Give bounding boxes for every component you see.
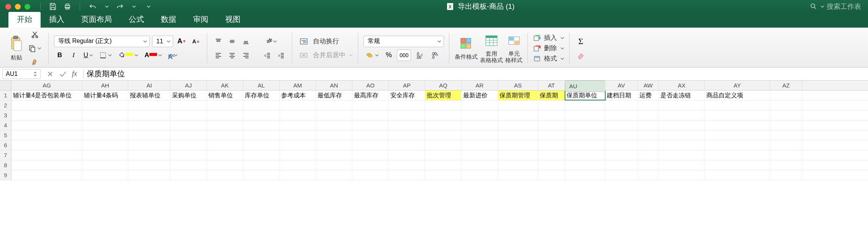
cell-AS9[interactable] <box>498 170 538 180</box>
clear-button[interactable] <box>575 49 587 61</box>
cell-AG4[interactable] <box>11 120 82 130</box>
cell-AQ3[interactable] <box>425 110 462 120</box>
cancel-formula-icon[interactable] <box>47 71 54 77</box>
cell-AG8[interactable] <box>11 160 82 170</box>
column-header-AZ[interactable]: AZ <box>770 81 802 90</box>
cell-AJ7[interactable] <box>170 150 207 160</box>
row-header-1[interactable]: 1 <box>0 91 11 100</box>
cell-AL6[interactable] <box>243 140 280 150</box>
cell-AZ6[interactable] <box>770 140 802 150</box>
cell-AO5[interactable] <box>352 130 389 140</box>
cell-AI9[interactable] <box>128 170 170 180</box>
tab-page-layout[interactable]: 页面布局 <box>73 12 120 28</box>
cell-AI1[interactable]: 报表辅单位 <box>128 91 170 100</box>
column-header-AM[interactable]: AM <box>280 81 316 90</box>
cell-AM6[interactable] <box>280 140 316 150</box>
increase-font-button[interactable]: A <box>175 36 188 47</box>
cell-AP8[interactable] <box>389 160 425 170</box>
insert-cells-button[interactable]: 插入 <box>533 33 564 42</box>
align-bottom-button[interactable] <box>240 36 252 47</box>
cell-AS6[interactable] <box>498 140 538 150</box>
cell-AS4[interactable] <box>498 120 538 130</box>
cell-AY8[interactable] <box>705 160 770 170</box>
column-header-AY[interactable]: AY <box>705 81 770 90</box>
cell-AV3[interactable] <box>605 110 638 120</box>
bold-button[interactable]: B <box>54 49 66 61</box>
cell-AQ8[interactable] <box>425 160 462 170</box>
cell-AX7[interactable] <box>659 150 705 160</box>
tab-formulas[interactable]: 公式 <box>120 12 152 28</box>
cell-AS7[interactable] <box>498 150 538 160</box>
cell-AY1[interactable]: 商品自定义项 <box>705 91 770 100</box>
cell-AR7[interactable] <box>462 150 498 160</box>
search-box[interactable]: 搜索工作表 <box>810 2 861 11</box>
redo-icon[interactable] <box>116 3 124 10</box>
cell-AU4[interactable] <box>565 120 605 130</box>
formula-input[interactable]: 保质期单位 <box>84 69 866 79</box>
cell-AQ5[interactable] <box>425 130 462 140</box>
cell-AG9[interactable] <box>11 170 82 180</box>
tab-data[interactable]: 数据 <box>152 12 185 28</box>
currency-button[interactable] <box>364 49 381 61</box>
cell-AJ5[interactable] <box>170 130 207 140</box>
cell-AY2[interactable] <box>705 100 770 110</box>
cell-AW2[interactable] <box>638 100 659 110</box>
cell-AT4[interactable] <box>538 120 565 130</box>
cell-AU3[interactable] <box>565 110 605 120</box>
cell-AU5[interactable] <box>565 130 605 140</box>
column-header-AJ[interactable]: AJ <box>170 81 207 90</box>
cell-AH1[interactable]: 辅计量4条码 <box>82 91 128 100</box>
cell-AT8[interactable] <box>538 160 565 170</box>
align-top-button[interactable] <box>213 36 224 47</box>
column-header-AS[interactable]: AS <box>498 81 538 90</box>
cell-AQ7[interactable] <box>425 150 462 160</box>
cell-AV4[interactable] <box>605 120 638 130</box>
column-header-AR[interactable]: AR <box>462 81 498 90</box>
cell-AR8[interactable] <box>462 160 498 170</box>
wrap-text-button[interactable] <box>298 36 310 47</box>
cell-AT5[interactable] <box>538 130 565 140</box>
redo-dropdown-icon[interactable] <box>132 5 136 8</box>
name-box-down-icon[interactable] <box>33 74 37 77</box>
column-header-AK[interactable]: AK <box>207 81 243 90</box>
cell-AQ2[interactable] <box>425 100 462 110</box>
minimize-window-button[interactable] <box>15 4 21 10</box>
cell-AP7[interactable] <box>389 150 425 160</box>
cell-AL2[interactable] <box>243 100 280 110</box>
column-header-AI[interactable]: AI <box>128 81 170 90</box>
tab-review[interactable]: 审阅 <box>185 12 217 28</box>
cell-AM4[interactable] <box>280 120 316 130</box>
cell-AT2[interactable] <box>538 100 565 110</box>
cell-AR5[interactable] <box>462 130 498 140</box>
cell-AM1[interactable]: 参考成本 <box>280 91 316 100</box>
font-name-select[interactable]: 等线 Regular (正文) <box>54 36 150 47</box>
cell-AX6[interactable] <box>659 140 705 150</box>
cell-AK1[interactable]: 销售单位 <box>207 91 243 100</box>
align-left-button[interactable] <box>213 49 224 61</box>
cell-AP5[interactable] <box>389 130 425 140</box>
cell-AW1[interactable]: 运费 <box>638 91 659 100</box>
cell-AM2[interactable] <box>280 100 316 110</box>
column-header-AG[interactable]: AG <box>11 81 82 90</box>
cell-AL1[interactable]: 库存单位 <box>243 91 280 100</box>
cell-AV1[interactable]: 建档日期 <box>605 91 638 100</box>
fill-color-button[interactable] <box>116 49 140 61</box>
cell-AY9[interactable] <box>705 170 770 180</box>
select-all-corner[interactable] <box>0 81 11 90</box>
cell-AZ2[interactable] <box>770 100 802 110</box>
cell-AI7[interactable] <box>128 150 170 160</box>
cell-AN5[interactable] <box>316 130 352 140</box>
copy-button[interactable] <box>26 43 43 54</box>
cell-AN9[interactable] <box>316 170 352 180</box>
cell-AO9[interactable] <box>352 170 389 180</box>
cell-AN8[interactable] <box>316 160 352 170</box>
cell-AK8[interactable] <box>207 160 243 170</box>
column-header-AH[interactable]: AH <box>82 81 128 90</box>
name-box[interactable]: AU1 <box>2 69 41 79</box>
cell-AN7[interactable] <box>316 150 352 160</box>
number-format-select[interactable]: 常规 <box>364 36 444 47</box>
row-header-4[interactable]: 4 <box>0 120 11 130</box>
cell-AV8[interactable] <box>605 160 638 170</box>
cell-AH2[interactable] <box>82 100 128 110</box>
cell-AS3[interactable] <box>498 110 538 120</box>
